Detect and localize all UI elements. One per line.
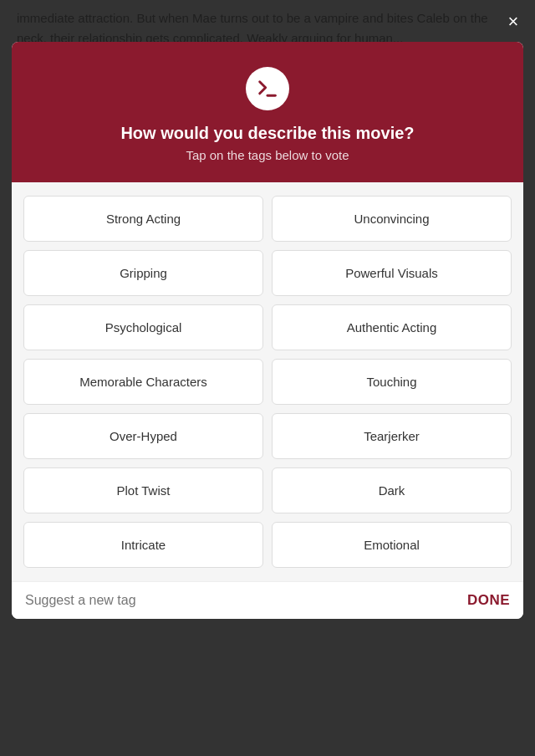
tag-memorable-characters[interactable]: Memorable Characters [23, 359, 263, 405]
modal-body: Strong ActingUnconvincingGrippingPowerfu… [12, 182, 523, 581]
tag-gripping[interactable]: Gripping [23, 250, 263, 296]
modal-footer: DONE [12, 581, 523, 619]
bookmark-icon [256, 77, 279, 100]
close-button[interactable]: × [500, 8, 527, 35]
done-button[interactable]: DONE [457, 592, 510, 609]
tag-strong-acting[interactable]: Strong Acting [23, 196, 263, 242]
tags-grid: Strong ActingUnconvincingGrippingPowerfu… [23, 196, 512, 568]
modal-container: How would you describe this movie? Tap o… [12, 42, 523, 619]
modal-subtitle: Tap on the tags below to vote [28, 148, 507, 162]
header-icon-circle [246, 67, 289, 110]
tag-plot-twist[interactable]: Plot Twist [23, 467, 263, 513]
suggest-input[interactable] [25, 593, 457, 608]
modal-title: How would you describe this movie? [28, 124, 507, 143]
tag-unconvincing[interactable]: Unconvincing [272, 196, 512, 242]
modal-header: How would you describe this movie? Tap o… [12, 42, 523, 182]
tag-powerful-visuals[interactable]: Powerful Visuals [272, 250, 512, 296]
tag-emotional[interactable]: Emotional [272, 522, 512, 568]
tag-psychological[interactable]: Psychological [23, 304, 263, 350]
tag-authentic-acting[interactable]: Authentic Acting [272, 304, 512, 350]
tag-over-hyped[interactable]: Over-Hyped [23, 413, 263, 459]
tag-touching[interactable]: Touching [272, 359, 512, 405]
tag-dark[interactable]: Dark [272, 467, 512, 513]
tag-tearjerker[interactable]: Tearjerker [272, 413, 512, 459]
tag-intricate[interactable]: Intricate [23, 522, 263, 568]
